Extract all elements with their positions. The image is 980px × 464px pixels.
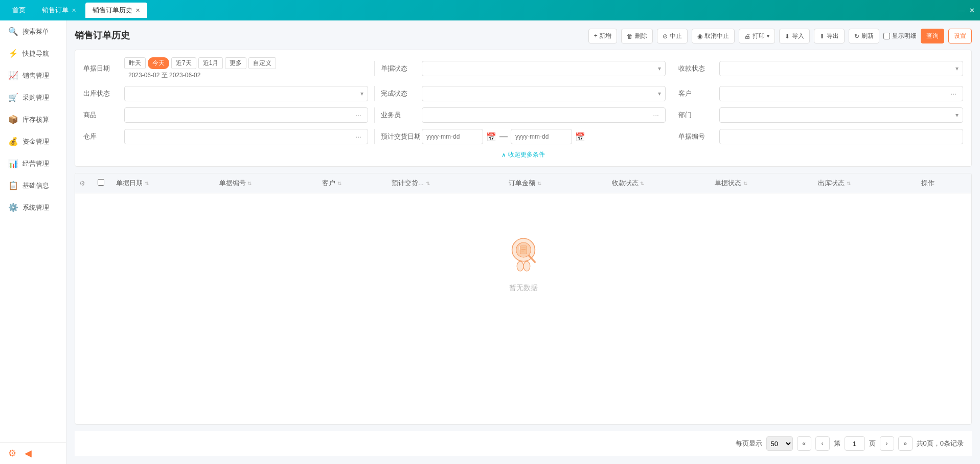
col-date-label: 单据日期 — [116, 179, 143, 187]
sidebar-item-finance-label: 资金管理 — [22, 137, 49, 146]
doc-number-input[interactable] — [719, 129, 963, 144]
department-arrow: ▾ — [955, 112, 959, 119]
date-btn-yesterday[interactable]: 昨天 — [124, 57, 146, 69]
purchase-mgmt-icon: 🛒 — [8, 93, 18, 102]
out-status-select[interactable]: ▾ — [124, 86, 368, 101]
new-button[interactable]: + 新增 — [588, 29, 617, 43]
page-size-select[interactable]: 50 10 20 100 — [766, 436, 793, 451]
warehouse-select[interactable]: ··· — [124, 129, 368, 144]
filter-label-payment-status: 收款状态 — [678, 64, 719, 73]
sidebar-item-purchase-mgmt[interactable]: 🛒 采购管理 — [0, 86, 66, 108]
doc-status-select[interactable]: ▾ — [422, 61, 666, 76]
display-detail-checkbox-wrapper[interactable]: 显示明细 — [883, 32, 917, 40]
select-all-checkbox[interactable] — [98, 179, 104, 186]
filter-label-warehouse: 仓库 — [83, 132, 124, 141]
empty-cell: 暂无数据 — [75, 193, 971, 334]
col-amount[interactable]: 订单金额 ⇅ — [505, 173, 608, 193]
first-page-button[interactable]: « — [797, 436, 811, 451]
page-unit: 页 — [869, 439, 876, 448]
stop-button-label: 中止 — [670, 32, 682, 40]
filter-label-goods: 商品 — [83, 111, 124, 120]
refresh-button[interactable]: ↻ 刷新 — [849, 29, 879, 43]
delete-button[interactable]: 🗑 删除 — [621, 29, 653, 43]
date-btn-today[interactable]: 今天 — [148, 57, 169, 69]
sidebar-item-search-menu-label: 搜索菜单 — [22, 27, 49, 36]
col-payment-status[interactable]: 收款状态 ⇅ — [608, 173, 711, 193]
next-page-button[interactable]: › — [880, 436, 894, 451]
date-btn-7days[interactable]: 近7天 — [171, 57, 196, 69]
goods-ellipsis[interactable]: ··· — [353, 111, 363, 119]
query-button[interactable]: 查询 — [921, 29, 944, 43]
col-amount-sort: ⇅ — [537, 181, 541, 186]
print-button[interactable]: 🖨 打印 ▾ — [739, 29, 775, 43]
sidebar-item-operations[interactable]: 📊 经营管理 — [0, 152, 66, 174]
export-button-label: 导出 — [827, 32, 839, 40]
customer-select[interactable]: ··· — [719, 86, 963, 101]
date-btn-custom[interactable]: 自定义 — [248, 57, 276, 69]
col-doc-status-sort: ⇅ — [743, 181, 747, 186]
sidebar-item-search-menu[interactable]: 🔍 搜索菜单 — [0, 20, 66, 42]
first-page-icon: « — [802, 440, 806, 447]
warehouse-ellipsis[interactable]: ··· — [353, 132, 363, 141]
sidebar-collapse-icon[interactable]: ◀ — [25, 448, 32, 459]
date-btn-1month[interactable]: 近1月 — [198, 57, 223, 69]
sidebar-item-quick-nav[interactable]: ⚡ 快捷导航 — [0, 42, 66, 64]
cancel-stop-button[interactable]: ◉ 取消中止 — [692, 29, 735, 43]
setting-button[interactable]: 设置 — [948, 29, 972, 43]
col-number-sort: ⇅ — [247, 181, 252, 186]
collapse-label: 收起更多条件 — [508, 150, 545, 159]
goods-select[interactable]: ··· — [124, 107, 368, 123]
sidebar-item-inventory[interactable]: 📦 库存核算 — [0, 108, 66, 130]
collapse-row[interactable]: ∧ 收起更多条件 — [83, 150, 963, 159]
stop-button[interactable]: ⊘ 中止 — [657, 29, 688, 43]
customer-field: ··· — [719, 86, 963, 101]
col-number[interactable]: 单据编号 ⇅ — [215, 173, 318, 193]
col-date[interactable]: 单据日期 ⇅ — [112, 173, 215, 193]
prev-page-icon: ‹ — [822, 440, 824, 447]
import-button[interactable]: ⬇ 导入 — [779, 29, 810, 43]
customer-ellipsis[interactable]: ··· — [948, 90, 959, 98]
salesperson-ellipsis[interactable]: ··· — [651, 111, 661, 119]
payment-status-select[interactable]: ▾ — [719, 61, 963, 76]
col-delivery-label: 预计交货... — [392, 179, 424, 187]
col-out-status[interactable]: 出库状态 ⇅ — [814, 173, 917, 193]
display-detail-checkbox[interactable] — [883, 33, 890, 39]
delivery-date-start[interactable] — [422, 129, 483, 144]
settings-gear-icon[interactable]: ⚙ — [79, 180, 85, 187]
close-icon[interactable]: ✕ — [969, 7, 975, 14]
cancel-stop-button-label: 取消中止 — [704, 32, 729, 40]
page-input[interactable] — [845, 436, 865, 451]
delivery-date-start-icon[interactable]: 📅 — [486, 132, 496, 142]
col-delivery[interactable]: 预计交货... ⇅ — [388, 173, 505, 193]
col-doc-status[interactable]: 单据状态 ⇅ — [711, 173, 814, 193]
goods-field: ··· — [124, 107, 368, 123]
complete-status-select[interactable]: ▾ — [422, 86, 666, 101]
empty-state: 暂无数据 — [75, 193, 971, 334]
sidebar-item-inventory-label: 库存核算 — [22, 115, 49, 124]
department-select[interactable]: ▾ — [719, 107, 963, 123]
delivery-date-end[interactable] — [511, 129, 572, 144]
filter-label-delivery-date: 预计交货日期 — [381, 132, 422, 141]
tab-home[interactable]: 首页 — [5, 3, 33, 18]
top-bar: 首页 销售订单 ✕ 销售订单历史 ✕ — ✕ — [0, 0, 980, 20]
sidebar-item-finance[interactable]: 💰 资金管理 — [0, 130, 66, 152]
delivery-date-end-icon[interactable]: 📅 — [575, 132, 585, 142]
export-button[interactable]: ⬆ 导出 — [814, 29, 845, 43]
col-customer[interactable]: 客户 ⇅ — [318, 173, 388, 193]
prev-page-button[interactable]: ‹ — [815, 436, 830, 451]
last-page-button[interactable]: » — [898, 436, 913, 451]
delete-icon: 🗑 — [627, 33, 633, 40]
date-btn-more[interactable]: 更多 — [225, 57, 246, 69]
tab-sales-order[interactable]: 销售订单 ✕ — [35, 3, 83, 18]
sidebar-item-system-mgmt[interactable]: ⚙️ 系统管理 — [0, 196, 66, 218]
tab-sales-order-history-close[interactable]: ✕ — [135, 7, 140, 14]
sidebar-settings-icon[interactable]: ⚙ — [8, 448, 16, 459]
minimize-icon[interactable]: — — [959, 7, 965, 14]
doc-status-arrow: ▾ — [658, 65, 661, 72]
sidebar-item-sales-mgmt[interactable]: 📈 销售管理 — [0, 64, 66, 86]
tab-sales-order-close[interactable]: ✕ — [72, 7, 76, 14]
tab-sales-order-history[interactable]: 销售订单历史 ✕ — [85, 3, 147, 18]
salesperson-select[interactable]: ··· — [422, 107, 666, 123]
sidebar-item-basic-info[interactable]: 📋 基础信息 — [0, 174, 66, 196]
out-status-arrow: ▾ — [360, 90, 363, 97]
